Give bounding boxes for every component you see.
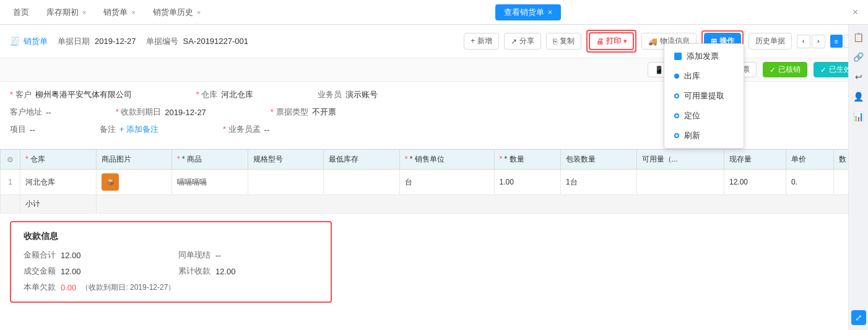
tab-sales[interactable]: 销货单 × xyxy=(95,2,143,22)
th-spec: 规格型号 xyxy=(248,150,324,170)
refresh-item[interactable]: 刷新 xyxy=(664,126,744,145)
available-extract-label: 可用量提取 xyxy=(684,90,724,102)
nav-arrows: ‹ › xyxy=(797,35,825,48)
share-button[interactable]: ↗ 分享 xyxy=(504,33,541,50)
add-note-button[interactable]: + 添加备注 xyxy=(119,124,158,135)
row-spec xyxy=(248,170,324,195)
table-wrapper: ⚙ 仓库 商品图片 * 商品 规格型号 最低库存 * 销售单位 * 数量 包装数… xyxy=(0,149,868,214)
customer-value: 柳州粤港平安气体有限公司 xyxy=(35,89,132,100)
sidebar-icon-2[interactable]: 🔗 xyxy=(851,50,866,64)
share-icon: ↗ xyxy=(511,37,517,46)
row-available xyxy=(636,170,724,195)
th-product: * 商品 xyxy=(172,150,248,170)
amount-total-value: 12.00 xyxy=(61,251,81,260)
salesman-label: 业务员孟 xyxy=(223,124,261,135)
refresh-icon xyxy=(674,133,679,138)
add-invoice-label: 添加发票 xyxy=(687,51,719,62)
due-date-value: 2019-12-27 xyxy=(165,108,206,117)
list-view-button[interactable]: ≡ xyxy=(830,35,843,48)
row-no: 1 xyxy=(1,170,20,195)
subtotal-row: 小计 xyxy=(1,195,868,214)
print-button[interactable]: 🖨 打印 ▾ xyxy=(589,32,634,50)
th-settings: ⚙ xyxy=(1,150,20,170)
locate-label: 定位 xyxy=(684,110,700,121)
tab-home[interactable]: 首页 xyxy=(5,2,37,22)
cumulative-payment-value: 12.00 xyxy=(215,267,236,276)
view-sales-order-tab[interactable]: 查看销货单 × xyxy=(495,4,561,20)
print-icon: 🖨 xyxy=(596,37,604,46)
right-sidebar: 📋 🔗 ↩ 👤 📊 ⤢ xyxy=(848,25,868,330)
project-label: 项目 xyxy=(10,124,26,135)
due-date-label: 收款到期日 xyxy=(116,106,162,118)
new-label: + 新增 xyxy=(471,36,492,46)
row-product: 嗝嗝嗝嗝 xyxy=(172,170,248,195)
history-button[interactable]: 历史单据 xyxy=(749,33,792,50)
amount-total-label: 金额合计 xyxy=(24,250,56,261)
tab-sales-history-label: 销货单历史 xyxy=(153,7,193,18)
doc-no-field: 单据编号 SA-20191227-001 xyxy=(146,36,249,47)
print-dropdown-arrow[interactable]: ▾ xyxy=(623,38,627,45)
doc-no-value: SA-20191227-001 xyxy=(183,37,249,46)
customer-label: 客户 xyxy=(10,89,32,100)
deal-amount-row: 成交金额 12.00 xyxy=(24,266,163,277)
salesman-value: -- xyxy=(264,125,270,134)
staff-label: 业务员 xyxy=(318,89,342,100)
subtotal-data xyxy=(96,195,867,214)
cumulative-payment-label: 累计收款 xyxy=(178,266,210,277)
ticket-value: 不开票 xyxy=(312,106,336,118)
refresh-label: 刷新 xyxy=(684,130,700,141)
deal-amount-value: 12.00 xyxy=(61,267,81,276)
logistics-icon: 🚚 xyxy=(648,37,658,46)
history-label: 历史单据 xyxy=(755,36,785,46)
locate-item[interactable]: 定位 xyxy=(664,106,744,126)
customer-field: 客户 柳州粤港平安气体有限公司 xyxy=(10,89,132,100)
same-order-settle-row: 同单现结 -- xyxy=(178,250,318,261)
window-close-button[interactable]: × xyxy=(848,7,863,18)
approve-button[interactable]: ✓ 已核销 xyxy=(763,62,807,77)
outbound-item[interactable]: 出库 xyxy=(664,66,744,86)
tab-inventory-label: 库存期初 xyxy=(46,7,79,18)
invoice-icon xyxy=(674,53,682,60)
doc-type-badge: 🧾 销货单 xyxy=(10,36,48,47)
tab-sales-history[interactable]: 销货单历史 × xyxy=(145,2,209,22)
due-row: 本单欠款 0.00 （收款到期日: 2019-12-27） xyxy=(24,282,318,293)
new-button[interactable]: + 新增 xyxy=(464,33,498,50)
outbound-icon xyxy=(674,74,679,79)
next-button[interactable]: › xyxy=(812,35,825,48)
tab-sales-history-close[interactable]: × xyxy=(197,9,201,16)
th-available: 可用量（... xyxy=(636,150,724,170)
effective-icon: ✓ xyxy=(820,66,827,74)
row-warehouse: 河北仓库 xyxy=(20,170,97,195)
available-extract-item[interactable]: 可用量提取 xyxy=(664,86,744,106)
print-label: 打印 xyxy=(606,36,621,46)
add-invoice-item[interactable]: 添加发票 xyxy=(664,46,744,66)
view-sales-order-close-icon[interactable]: × xyxy=(548,8,552,17)
tab-inventory[interactable]: 库存期初 × xyxy=(38,2,94,22)
sidebar-icon-4[interactable]: 👤 xyxy=(851,89,866,104)
operate-dropdown: 添加发票 出库 可用量提取 定位 刷新 xyxy=(664,43,744,149)
products-table: ⚙ 仓库 商品图片 * 商品 规格型号 最低库存 * 销售单位 * 数量 包装数… xyxy=(0,149,868,214)
copy-icon: ⎘ xyxy=(553,37,557,46)
this-order-due-label: 本单欠款 xyxy=(24,282,56,293)
subtotal-label xyxy=(1,195,20,214)
sidebar-icon-5[interactable]: 📊 xyxy=(851,109,866,124)
expand-icon[interactable]: ⤢ xyxy=(851,310,866,325)
row-qty: 1.00 xyxy=(494,170,561,195)
sidebar-icon-1[interactable]: 📋 xyxy=(851,30,866,45)
tab-inventory-close[interactable]: × xyxy=(82,9,86,16)
subtotal-label-text: 小计 xyxy=(20,195,97,214)
payment-section: 收款信息 金额合计 12.00 同单现结 -- 成交金额 12.00 累计收款 … xyxy=(10,221,332,303)
sidebar-icon-3[interactable]: ↩ xyxy=(851,69,866,84)
warehouse-field: 仓库 河北仓库 xyxy=(196,89,254,100)
doc-actions: + 新增 ↗ 分享 ⎘ 复制 🖨 打印 ▾ 🚚 物流信息 xyxy=(464,30,858,53)
table-row: 1 河北仓库 📦 嗝嗝嗝嗝 台 1.00 1台 12.00 0. xyxy=(1,170,868,195)
share-label: 分享 xyxy=(519,36,534,46)
copy-button[interactable]: ⎘ 复制 xyxy=(546,33,581,50)
doc-date-value: 2019-12-27 xyxy=(95,37,136,46)
prev-button[interactable]: ‹ xyxy=(797,35,810,48)
same-order-settle-label: 同单现结 xyxy=(178,250,210,261)
this-order-due-row: 本单欠款 0.00 （收款到期日: 2019-12-27） xyxy=(24,282,318,293)
note-field: 备注 + 添加备注 xyxy=(100,124,158,135)
th-min-stock: 最低库存 xyxy=(324,150,400,170)
tab-sales-close[interactable]: × xyxy=(131,9,135,16)
